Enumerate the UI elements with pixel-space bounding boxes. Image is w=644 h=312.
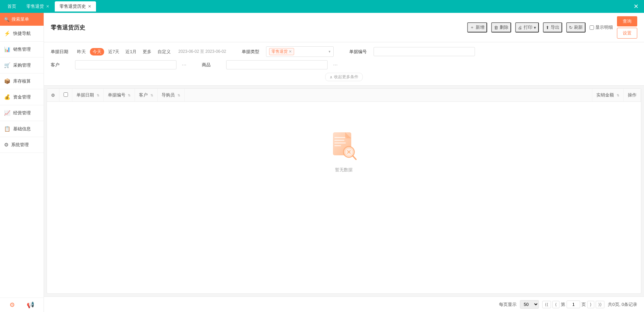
sidebar-item-finance-mgmt[interactable]: 💰 资金管理 [0,89,44,105]
new-button[interactable]: ＋ 新增 [467,22,487,32]
tab-retail-return-label: 零售退货 [26,3,44,9]
svg-rect-3 [334,142,346,143]
page-size-select[interactable]: 10 20 50 100 [520,300,539,309]
col-checkbox[interactable] [59,89,72,102]
empty-text: 暂无数据 [335,167,353,173]
goods-input[interactable] [226,60,328,69]
type-filter-label: 单据类型 [242,49,261,55]
voucher-filter-label: 单据编号 [349,49,368,55]
date-opt-yesterday[interactable]: 昨天 [75,48,88,55]
empty-state-cell: 暂无数据 [47,102,641,200]
filter-area: 单据日期 昨天 今天 近7天 近1月 更多 自定义 2023-06-02 至 2… [44,42,644,86]
customer-filter-label: 客户 [51,62,70,68]
date-range-display: 2023-06-02 至 2023-06-02 [178,49,226,54]
date-opt-more[interactable]: 更多 [141,48,153,55]
show-detail-checkbox[interactable] [590,25,594,30]
sidebar-item-sales-mgmt-label: 销售管理 [13,46,31,52]
collapse-label: 收起更多条件 [334,74,358,80]
sidebar-item-inventory-check[interactable]: 📦 库存核算 [0,73,44,89]
inventory-check-icon: 📦 [4,78,10,84]
goods-dots-icon[interactable]: ··· [333,62,337,68]
pagination-bar: 每页显示 10 20 50 100 ⟨⟨ ⟨ 第 页 ⟩ ⟩⟩ 共0页, 0条记… [44,296,644,312]
page-number-input[interactable] [567,300,580,308]
sound-bottom-icon[interactable]: 📢 [27,301,34,309]
col-voucher-no-label: 单据编号 [108,92,125,97]
refresh-icon: ↻ [569,25,573,30]
sidebar-item-operation-mgmt[interactable]: 📈 经营管理 [0,105,44,121]
svg-rect-4 [334,145,341,146]
content-area: 零售退货历史 ＋ 新增 🗑 删除 🖨 打印 ▾ ⬆ 导出 [44,13,644,312]
date-options: 昨天 今天 近7天 近1月 更多 自定义 [75,48,173,55]
customer-dots-icon[interactable]: ··· [182,62,186,68]
data-table: ⚙ 单据日期 ⇅ 单据编号 ⇅ 客户 ⇅ [47,89,641,200]
col-voucher-no: 单据编号 ⇅ [103,89,135,102]
date-filter-label: 单据日期 [51,49,70,55]
date-opt-1month[interactable]: 近1月 [123,48,139,55]
tab-retail-return-history-close[interactable]: ✕ [88,4,91,9]
refresh-button[interactable]: ↻ 刷新 [566,22,586,32]
header-actions: ＋ 新增 🗑 删除 🖨 打印 ▾ ⬆ 导出 ↻ 刷新 [467,16,637,39]
col-guide: 导购员 ⇅ [157,89,184,102]
col-date-sort-icon[interactable]: ⇅ [97,93,99,97]
collapse-button[interactable]: ∧ 收起更多条件 [325,73,363,81]
settings-bottom-icon[interactable]: ⚙ [9,301,15,309]
close-window-button[interactable]: ✕ [631,3,641,10]
type-tag-remove[interactable]: ✕ [289,49,292,54]
col-guide-sort-icon[interactable]: ⇅ [177,93,180,97]
tab-retail-return-close[interactable]: ✕ [46,4,49,9]
purchase-mgmt-icon: 🛒 [4,62,10,68]
select-all-checkbox[interactable] [64,92,68,97]
page-first-button[interactable]: ⟨⟨ [542,301,551,308]
sidebar-item-basic-info-label: 基础信息 [13,126,31,132]
sidebar-item-quick-nav[interactable]: ⚡ 快捷导航 [0,26,44,42]
type-select[interactable]: 零售退货 ✕ ▾ [266,46,334,57]
collapse-bar: ∧ 收起更多条件 [51,73,637,81]
tab-home[interactable]: 首页 [3,1,21,12]
page-header: 零售退货历史 ＋ 新增 🗑 删除 🖨 打印 ▾ ⬆ 导出 [44,13,644,42]
date-opt-today[interactable]: 今天 [90,48,104,55]
page-nav: ⟨⟨ ⟨ 第 页 ⟩ ⟩⟩ [542,300,604,308]
date-opt-7days[interactable]: 近7天 [106,48,121,55]
tab-retail-return-history[interactable]: 零售退货历史 ✕ [55,1,96,12]
page-prev-button[interactable]: ⟨ [552,301,559,308]
sidebar-item-basic-info[interactable]: 📋 基础信息 [0,121,44,137]
date-opt-custom[interactable]: 自定义 [156,48,173,55]
svg-line-7 [353,156,356,159]
empty-state: 暂无数据 [47,102,641,200]
page-last-button[interactable]: ⟩⟩ [596,301,604,308]
query-button[interactable]: 查询 [617,16,637,26]
system-mgmt-icon: ⚙ [4,142,8,148]
sidebar-item-system-mgmt[interactable]: ⚙ 系统管理 [0,137,44,153]
page-label: 第 [561,302,565,308]
col-customer-label: 客户 [139,92,148,97]
col-amount-sort-icon[interactable]: ⇅ [617,93,619,97]
svg-rect-1 [334,137,347,138]
table-container: ⚙ 单据日期 ⇅ 单据编号 ⇅ 客户 ⇅ [47,88,641,294]
delete-label: 删除 [500,24,508,30]
customer-input[interactable] [75,60,176,69]
setting-button[interactable]: 设置 [617,28,637,39]
sidebar-item-sales-mgmt[interactable]: 📊 销售管理 [0,42,44,58]
export-button[interactable]: ⬆ 导出 [543,22,562,32]
sidebar-item-purchase-mgmt-label: 采购管理 [13,62,31,68]
sidebar-item-system-mgmt-label: 系统管理 [11,142,29,148]
delete-icon: 🗑 [494,25,498,30]
print-button[interactable]: 🖨 打印 ▾ [515,22,539,32]
col-voucher-no-sort-icon[interactable]: ⇅ [128,93,130,97]
goods-filter-label: 商品 [202,62,221,68]
col-settings[interactable]: ⚙ [47,89,59,102]
sidebar-bottom: ⚙ 📢 [0,297,44,312]
svg-rect-2 [334,140,344,141]
print-label: 打印 [524,24,532,30]
tab-retail-return[interactable]: 零售退货 ✕ [22,1,54,12]
voucher-input[interactable] [374,47,475,56]
tab-retail-return-history-label: 零售退货历史 [59,3,86,9]
page-next-button[interactable]: ⟩ [587,301,594,308]
col-amount: 实销金额 ⇅ [592,89,624,102]
sidebar-item-purchase-mgmt[interactable]: 🛒 采购管理 [0,58,44,73]
delete-button[interactable]: 🗑 删除 [491,22,511,32]
sidebar-search[interactable]: 🔍 搜索菜单 [0,13,44,26]
total-text: 共0页, 0条记录 [608,302,637,308]
type-select-chevron: ▾ [329,49,331,54]
col-customer-sort-icon[interactable]: ⇅ [150,93,153,97]
